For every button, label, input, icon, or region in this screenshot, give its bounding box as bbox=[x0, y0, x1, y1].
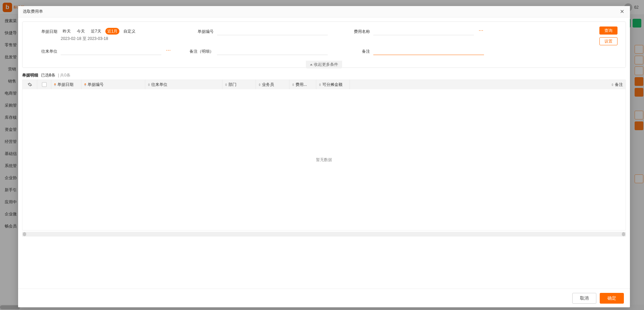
label-remark-detail: 备注（明细） bbox=[187, 48, 214, 55]
label-doc-no: 单据编号 bbox=[187, 28, 214, 35]
label-party: 往来单位 bbox=[31, 48, 57, 55]
date-quick-options: 昨天今天近7天近1月自定义 bbox=[61, 28, 138, 35]
select-all-checkbox[interactable] bbox=[37, 80, 51, 89]
gear-icon bbox=[28, 82, 32, 87]
close-icon[interactable]: ✕ bbox=[619, 8, 625, 15]
query-button[interactable]: 查询 bbox=[599, 27, 618, 35]
grid-header: 单据日期 单据编号 往来单位 部门 业务员 bbox=[22, 80, 626, 89]
date-quick-option[interactable]: 今天 bbox=[75, 28, 87, 35]
col-doc-date[interactable]: 单据日期 bbox=[51, 80, 82, 89]
total-count: | 共0条 bbox=[58, 72, 70, 78]
filter-action-buttons: 查询 设置 bbox=[599, 27, 618, 45]
modal-select-expense: 选取费用单 ✕ 查询 设置 单据日期 昨天今天近7天近1月自定义 2023-02… bbox=[18, 6, 630, 307]
collapse-label: 收起更多条件 bbox=[314, 62, 338, 67]
detail-title: 单据明细 bbox=[22, 72, 38, 78]
modal-footer: 取消 确定 bbox=[18, 289, 630, 307]
label-remark: 备注 bbox=[343, 48, 370, 55]
selected-count: 已选0条 bbox=[41, 72, 55, 78]
detail-header: 单据明细 已选0条 | 共0条 bbox=[22, 71, 626, 80]
column-settings-button[interactable] bbox=[22, 80, 37, 89]
fee-name-input[interactable] bbox=[373, 28, 474, 35]
date-quick-option[interactable]: 近7天 bbox=[89, 28, 103, 35]
party-more-icon[interactable]: ⋯ bbox=[165, 48, 172, 53]
grid-empty-text: 暂无数据 bbox=[22, 89, 626, 230]
ok-button[interactable]: 确定 bbox=[600, 293, 624, 304]
col-fee[interactable]: 费用... bbox=[289, 80, 316, 89]
date-range-text[interactable]: 2023-02-18 至 2023-03-18 bbox=[61, 36, 138, 42]
settings-button[interactable]: 设置 bbox=[599, 37, 618, 45]
cancel-button[interactable]: 取消 bbox=[572, 293, 596, 304]
remark-input[interactable] bbox=[373, 48, 484, 55]
date-quick-option[interactable]: 近1月 bbox=[105, 28, 120, 35]
result-grid: 单据日期 单据编号 往来单位 部门 业务员 bbox=[22, 80, 626, 230]
label-doc-date: 单据日期 bbox=[31, 28, 57, 35]
label-fee-name: 费用名称 bbox=[343, 28, 370, 35]
doc-no-input[interactable] bbox=[217, 28, 328, 35]
fee-name-more-icon[interactable]: ⋯ bbox=[477, 28, 485, 33]
modal-body: 查询 设置 单据日期 昨天今天近7天近1月自定义 2023-02-18 至 20… bbox=[18, 17, 630, 289]
col-staff[interactable]: 业务员 bbox=[256, 80, 289, 89]
col-doc-no[interactable]: 单据编号 bbox=[82, 80, 145, 89]
modal-header: 选取费用单 ✕ bbox=[18, 6, 630, 17]
col-alloc[interactable]: 可分摊金额 bbox=[316, 80, 350, 89]
col-remark[interactable]: 备注 bbox=[350, 80, 626, 89]
col-party[interactable]: 往来单位 bbox=[145, 80, 222, 89]
date-quick-option[interactable]: 自定义 bbox=[121, 28, 138, 35]
col-dept[interactable]: 部门 bbox=[222, 80, 256, 89]
collapse-filters-button[interactable]: 收起更多条件 bbox=[306, 61, 342, 68]
date-quick-option[interactable]: 昨天 bbox=[61, 28, 73, 35]
remark-detail-input[interactable] bbox=[217, 48, 328, 55]
modal-title: 选取费用单 bbox=[23, 9, 43, 14]
grid-horizontal-scrollbar[interactable] bbox=[22, 232, 626, 237]
filter-panel: 查询 设置 单据日期 昨天今天近7天近1月自定义 2023-02-18 至 20… bbox=[22, 21, 626, 68]
chevron-up-icon bbox=[310, 64, 313, 65]
party-input[interactable] bbox=[61, 48, 161, 55]
